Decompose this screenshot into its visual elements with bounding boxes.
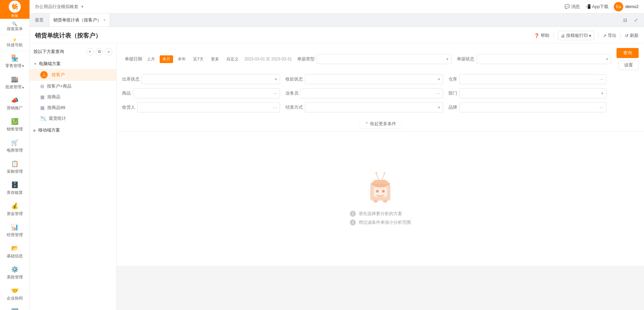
last7-btn[interactable]: 近7天 — [191, 55, 206, 63]
tab-bar-actions: ⊟ ⤢ — [617, 16, 644, 24]
scheme-add-btn[interactable]: + — [86, 48, 94, 55]
sidebar-item-finance[interactable]: 💰 资金管理 — [0, 199, 29, 220]
goods-filter: 商品 ··· — [122, 88, 280, 98]
collapse-label: 收起更多条件 — [370, 121, 396, 127]
mobile-group-header[interactable]: ▶ 移动端方案 — [30, 125, 116, 135]
this-month-btn[interactable]: 本月 — [160, 55, 173, 63]
tab-maximize-btn[interactable]: ⤢ — [632, 16, 640, 24]
app-download-btn[interactable]: 📲 App下载 — [585, 4, 608, 10]
sidebar-item-search[interactable]: 🔍 搜索菜单 — [0, 19, 29, 35]
settlement-label: 结算方式 — [285, 104, 303, 110]
dropdown-arrow-icon[interactable]: ▾ — [81, 4, 84, 9]
salesperson-select[interactable]: ··· — [301, 88, 443, 98]
sidebar: 畅 标版 🔍 搜索菜单 ⚡ 快捷导航 🏪 零售管理 ▾ 🏬 批发管理 ▴ 📣 营… — [0, 0, 30, 310]
print-btn[interactable]: 🖨 按模板打印 ▾ — [558, 31, 594, 40]
more-date-btn[interactable]: 更多 — [208, 55, 222, 63]
sidebar-item-system[interactable]: ⚙️ 系统管理 — [0, 262, 29, 283]
last-month-btn[interactable]: 上月 — [144, 55, 158, 63]
brand-label: 品牌 — [448, 104, 457, 110]
svg-point-2 — [376, 190, 379, 193]
collapse-left-icon: « — [108, 49, 110, 54]
sidebar-item-marketing[interactable]: 📣 营销推广 — [0, 93, 29, 114]
tab-home-label: 首页 — [35, 17, 44, 23]
consignee-select[interactable]: ··· — [137, 102, 280, 112]
desktop-group-header[interactable]: ▼ 电脑端方案 — [30, 59, 116, 69]
page-title-actions: ❓ 帮助 🖨 按模板打印 ▾ ↗ 导出 ↺ 刷新 — [534, 31, 639, 40]
sidebar-item-enterprise[interactable]: 🤝 企业协同 — [0, 283, 29, 305]
sidebar-item-wholesale[interactable]: 🏬 批发管理 ▴ — [0, 72, 29, 93]
out-status-select[interactable]: ▾ — [142, 74, 280, 84]
empty-steps: 1 请先选择要分析的方案 2 用过滤条件来缩小分析范围 — [350, 209, 411, 227]
doc-status-filter: 单据状态 ▾ — [457, 54, 611, 64]
sidebar-item-ecommerce[interactable]: 🛒 电商管理 — [0, 136, 29, 157]
scheme-item-by-customer[interactable]: 人 按客户 — [30, 69, 116, 81]
desktop-scheme-group: ▼ 电脑端方案 人 按客户 ⊞ 按客户+商品 — [30, 59, 116, 124]
sales-label: 销售管理 — [7, 126, 23, 132]
mobile-scheme-group: ▶ 移动端方案 — [30, 125, 116, 135]
sidebar-item-newuser[interactable]: 🆕 新手引导 — [0, 305, 29, 310]
consignee-dots[interactable]: ··· — [273, 105, 277, 110]
sidebar-shortcut-label: 快捷导航 — [0, 42, 29, 48]
doc-status-select[interactable]: ▾ — [476, 54, 611, 64]
scheme-panel-title: 按以下方案查询 — [34, 49, 64, 55]
user-menu[interactable]: Ea demo2 — [614, 2, 639, 11]
page-title: 销货单统计表（按客户） — [35, 32, 101, 40]
sidebar-search-label: 搜索菜单 — [0, 26, 29, 32]
tab-home[interactable]: 首页 — [30, 13, 49, 27]
date-range: 2023-03-01 至 2023-03-31 — [245, 56, 292, 62]
scheme-item-by-customer-goods[interactable]: ⊞ 按客户+商品 — [30, 81, 116, 92]
salesperson-dots[interactable]: ··· — [436, 91, 440, 96]
header-left: 办公用品行业模拟账套 ▾ — [35, 4, 84, 10]
date-buttons: 上月 本月 本年 近7天 更多 自定义 — [144, 55, 241, 63]
step-2-num: 2 — [350, 219, 356, 225]
brand-dots[interactable]: ··· — [599, 105, 603, 110]
export-btn[interactable]: ↗ 导出 — [603, 33, 616, 39]
help-label: 帮助 — [541, 33, 549, 39]
goods-select[interactable]: ··· — [133, 88, 280, 98]
message-btn[interactable]: 💬 消息 — [565, 4, 580, 10]
tab-minimize-btn[interactable]: ⊟ — [621, 16, 629, 24]
svg-point-3 — [382, 190, 385, 193]
brand-filter: 品牌 ··· — [448, 102, 606, 112]
help-btn[interactable]: ❓ 帮助 — [534, 33, 549, 39]
scheme-item-by-goods-99[interactable]: ▦ 按商品99 — [30, 102, 116, 113]
sidebar-item-shortcut[interactable]: ⚡ 快捷导航 — [0, 35, 29, 51]
filter-row-4: 收货人 ··· 结算方式 ▾ — [122, 102, 639, 112]
tab-active[interactable]: 销货单统计表（按客户） × — [49, 13, 110, 27]
query-btn[interactable]: 查询 — [616, 48, 639, 58]
collapse-btn[interactable]: ⌃ 收起更多条件 — [360, 119, 401, 128]
department-arrow: ▾ — [601, 91, 603, 96]
brand-select[interactable]: ··· — [459, 102, 606, 112]
sidebar-item-retail[interactable]: 🏪 零售管理 ▾ — [0, 51, 29, 72]
doc-type-select[interactable]: ▾ — [317, 54, 451, 64]
refresh-btn[interactable]: ↺ 刷新 — [625, 33, 639, 39]
step-1-text: 请先选择要分析的方案 — [359, 209, 402, 218]
goods-dots[interactable]: ··· — [273, 91, 277, 96]
filter-panel: 单据日期 上月 本月 本年 近7天 更多 自定义 2023-03-01 至 20… — [117, 43, 644, 132]
search-icon: 🔍 — [0, 21, 29, 26]
retail-label: 零售管理 — [5, 63, 21, 69]
department-select[interactable]: ▾ — [459, 88, 606, 98]
settlement-select[interactable]: ▾ — [305, 102, 443, 112]
settings-btn[interactable]: 设置 — [619, 60, 639, 70]
scheme-item-by-goods[interactable]: ▦ 按商品 — [30, 92, 116, 102]
custom-date-btn[interactable]: 自定义 — [224, 55, 241, 63]
wholesale-icon: 🏬 — [11, 75, 18, 83]
warehouse-select[interactable]: ··· — [459, 74, 606, 84]
scheme-collapse-btn[interactable]: « — [105, 48, 112, 55]
sidebar-item-inventory[interactable]: 🗄️ 库存核算 — [0, 178, 29, 199]
settlement-filter: 结算方式 ▾ — [285, 102, 443, 112]
warehouse-dots[interactable]: ··· — [599, 76, 603, 82]
scheme-item-return-stats[interactable]: 📉 退货统计 — [30, 113, 116, 124]
sidebar-item-purchase[interactable]: 📋 采购管理 — [0, 157, 29, 178]
scheme-settings-btn[interactable]: ⚙ — [96, 48, 103, 55]
shortcut-icon: ⚡ — [0, 38, 29, 42]
this-year-btn[interactable]: 本年 — [175, 55, 189, 63]
sidebar-item-basic[interactable]: 📂 基础信息 — [0, 241, 29, 262]
retail-arrow: ▾ — [22, 64, 24, 68]
sidebar-item-sales[interactable]: 💹 销售管理 — [0, 114, 29, 136]
payment-status-select[interactable]: ▾ — [305, 74, 443, 84]
tab-close-icon[interactable]: × — [103, 18, 106, 22]
empty-illustration — [360, 170, 400, 204]
sidebar-item-operations[interactable]: 📊 经营管理 — [0, 220, 29, 241]
